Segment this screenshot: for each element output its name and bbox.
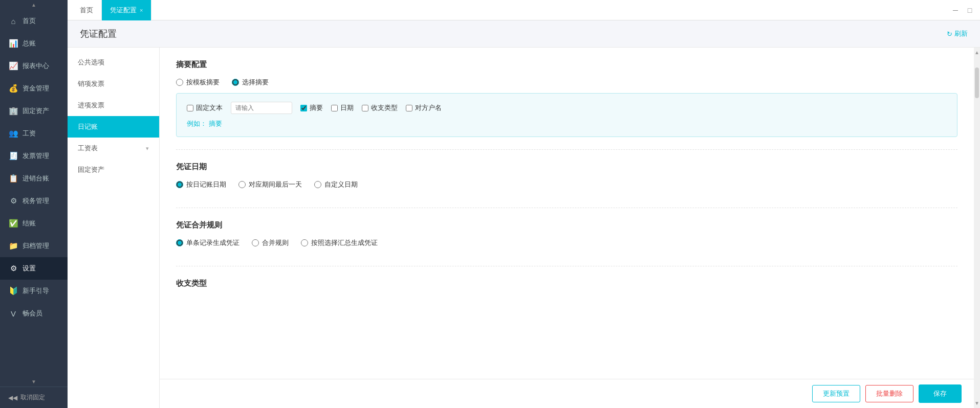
checkbox-counterpart[interactable]: 对方户名: [406, 103, 442, 112]
radio-select-merge[interactable]: 按照选择汇总生成凭证: [301, 238, 378, 247]
maximize-button[interactable]: □: [964, 4, 976, 16]
payroll-icon: 👥: [8, 129, 18, 138]
scroll-down-arrow[interactable]: ▼: [972, 398, 980, 408]
sidebar-scroll-down[interactable]: ▼: [0, 377, 68, 387]
minimize-button[interactable]: ─: [949, 4, 962, 16]
radio-merge[interactable]: 合并规则: [252, 238, 289, 247]
nav-sales-invoice[interactable]: 销项发票: [68, 73, 159, 95]
scrollbar-thumb[interactable]: [975, 67, 979, 98]
checkbox-summary[interactable]: 摘要: [300, 103, 323, 112]
sidebar-item-archive[interactable]: 📁 归档管理: [0, 235, 68, 257]
tab-bar: 首页 凭证配置 × ─ □: [68, 0, 980, 20]
nav-public[interactable]: 公共选项: [68, 52, 159, 73]
sidebar-item-guide[interactable]: 🔰 新手引导: [0, 280, 68, 302]
merge-rules-radio-group: 单条记录生成凭证 合并规则 按照选择汇总生成凭证: [176, 238, 957, 247]
single-radio[interactable]: [176, 239, 183, 246]
sidebar-item-payroll[interactable]: 👥 工资: [0, 122, 68, 145]
pin-icon: ◀◀: [8, 394, 17, 401]
voucher-date-section: 凭证日期 按日记账日期 对应期间最后一天 自定义日期: [176, 162, 957, 208]
radio-select[interactable]: 选择摘要: [232, 78, 269, 87]
merge-radio[interactable]: [252, 239, 259, 246]
sidebar-item-settings[interactable]: ⚙ 设置: [0, 257, 68, 280]
last-day-radio[interactable]: [238, 181, 246, 188]
checkbox-income-type[interactable]: 收支类型: [362, 103, 398, 112]
right-panel: 摘要配置 按模板摘要 选择摘要: [160, 48, 974, 379]
fixed-text-checkbox[interactable]: [187, 105, 193, 111]
radio-last-day[interactable]: 对应期间最后一天: [238, 180, 302, 189]
settings-icon: ⚙: [8, 264, 18, 273]
tab-close-icon[interactable]: ×: [140, 7, 143, 13]
purchase-sales-icon: 📋: [8, 174, 18, 183]
merge-rules-title: 凭证合并规则: [176, 220, 957, 230]
radio-template-input[interactable]: [176, 79, 183, 86]
radio-single[interactable]: 单条记录生成凭证: [176, 238, 239, 247]
scrollbar[interactable]: ▲ ▼: [974, 48, 980, 408]
counterpart-checkbox[interactable]: [406, 105, 412, 111]
income-type-section: 收支类型: [176, 279, 957, 309]
sidebar-item-purchase-sales[interactable]: 📋 进销台账: [0, 167, 68, 190]
chart-icon: 📊: [8, 39, 18, 48]
merge-rules-section: 凭证合并规则 单条记录生成凭证 合并规则 按照选择汇总生成凭证: [176, 220, 957, 266]
invoice-icon: 🧾: [8, 151, 18, 161]
radio-template[interactable]: 按模板摘要: [176, 78, 220, 87]
main-area: 首页 凭证配置 × ─ □ 凭证配置 ↻ 刷新 公共选项 销项发票 进项: [68, 0, 980, 408]
custom-date-radio[interactable]: [314, 181, 321, 188]
radio-custom-date[interactable]: 自定义日期: [314, 180, 358, 189]
summary-section-title: 摘要配置: [176, 60, 957, 70]
nav-payroll-table[interactable]: 工资表 ▾: [68, 138, 159, 159]
summary-radio-group: 按模板摘要 选择摘要: [176, 78, 957, 87]
home-icon: ⌂: [8, 17, 18, 26]
income-type-checkbox[interactable]: [362, 105, 368, 111]
sidebar-item-reports[interactable]: 📈 报表中心: [0, 55, 68, 77]
nav-purchase-invoice[interactable]: 进项发票: [68, 95, 159, 116]
chevron-down-icon: ▾: [146, 145, 149, 152]
tab-corner-buttons: ─ □: [949, 4, 976, 16]
sidebar-unpin-btn[interactable]: ◀◀ 取消固定: [0, 387, 68, 408]
update-preview-button[interactable]: 更新预置: [812, 385, 860, 402]
content-body: 公共选项 销项发票 进项发票 日记账 工资表 ▾ 固定资产: [68, 48, 980, 408]
journal-date-radio[interactable]: [176, 181, 183, 188]
scroll-up-arrow[interactable]: ▲: [972, 48, 980, 57]
checkbox-fixed-text[interactable]: 固定文本: [187, 103, 223, 112]
sidebar-scroll-up[interactable]: ▲: [0, 0, 68, 10]
summary-checkbox[interactable]: [300, 105, 307, 111]
bottom-bar: 更新预置 批量删除 保存: [160, 379, 974, 408]
nav-fixed-assets[interactable]: 固定资产: [68, 159, 159, 180]
sidebar-item-fixed-assets[interactable]: 🏢 固定资产: [0, 100, 68, 122]
member-icon: V: [8, 309, 18, 318]
sidebar-item-settle[interactable]: ✅ 结账: [0, 212, 68, 235]
sidebar-item-ledger[interactable]: 📊 总账: [0, 32, 68, 55]
guide-icon: 🔰: [8, 286, 18, 296]
tab-voucher-config[interactable]: 凭证配置 ×: [102, 0, 151, 20]
fixed-assets-icon: 🏢: [8, 106, 18, 116]
save-button[interactable]: 保存: [919, 384, 962, 403]
radio-select-input[interactable]: [232, 79, 239, 86]
tab-home[interactable]: 首页: [72, 0, 102, 20]
sidebar-item-member[interactable]: V 畅会员: [0, 302, 68, 325]
sidebar-item-invoice[interactable]: 🧾 发票管理: [0, 145, 68, 167]
content-header: 凭证配置 ↻ 刷新: [68, 20, 980, 48]
sidebar-item-tax[interactable]: ⚙ 税务管理: [0, 190, 68, 212]
select-merge-radio[interactable]: [301, 239, 308, 246]
summary-config-section: 摘要配置 按模板摘要 选择摘要: [176, 60, 957, 150]
sidebar-item-funds[interactable]: 💰 资金管理: [0, 77, 68, 100]
date-checkbox[interactable]: [331, 105, 338, 111]
reports-icon: 📈: [8, 61, 18, 71]
archive-icon: 📁: [8, 241, 18, 251]
summary-checkboxes-row: 固定文本 摘要 日期: [187, 102, 947, 114]
sidebar: ▲ ⌂ 首页 📊 总账 📈 报表中心 💰 资金管理 🏢 固定资产 👥 工资 🧾 …: [0, 0, 68, 408]
fixed-text-input[interactable]: [231, 102, 292, 114]
income-type-title: 收支类型: [176, 279, 957, 288]
summary-options-box: 固定文本 摘要 日期: [176, 93, 957, 137]
nav-journal[interactable]: 日记账: [68, 116, 159, 138]
checkbox-date[interactable]: 日期: [331, 103, 354, 112]
left-nav: 公共选项 销项发票 进项发票 日记账 工资表 ▾ 固定资产: [68, 48, 160, 408]
voucher-date-title: 凭证日期: [176, 162, 957, 172]
summary-preview: 例如： 摘要: [187, 119, 947, 128]
refresh-button[interactable]: ↻ 刷新: [947, 29, 968, 38]
page-title: 凭证配置: [80, 28, 117, 40]
radio-journal-date[interactable]: 按日记账日期: [176, 180, 226, 189]
funds-icon: 💰: [8, 84, 18, 93]
batch-delete-button[interactable]: 批量删除: [865, 385, 913, 402]
sidebar-item-home[interactable]: ⌂ 首页: [0, 10, 68, 32]
